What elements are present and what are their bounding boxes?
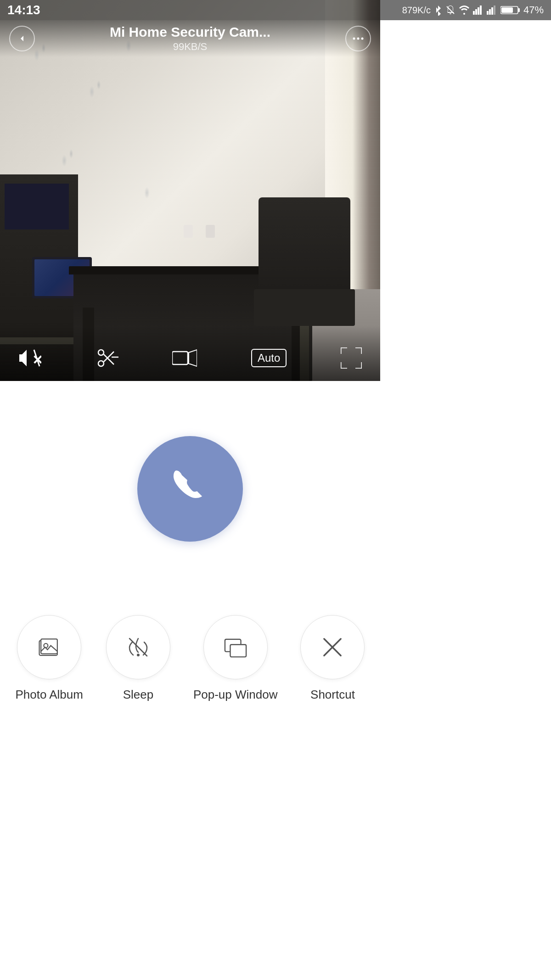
scissor-icon [96, 348, 118, 368]
svg-rect-26 [41, 639, 57, 654]
svg-marker-24 [189, 350, 197, 366]
fullscreen-icon [341, 347, 362, 369]
shortcut-icon [321, 636, 344, 659]
shortcut-label: Shortcut [310, 688, 355, 702]
svg-point-19 [98, 361, 104, 366]
back-arrow-icon [17, 33, 28, 44]
screenshot-button[interactable] [96, 348, 118, 368]
mute-icon: ✕ [18, 348, 41, 368]
shortcut-circle[interactable] [300, 615, 365, 679]
svg-point-28 [137, 654, 140, 656]
camera-title-group: Mi Home Security Cam... 99KB/S [35, 24, 345, 53]
sleep-label: Sleep [123, 688, 154, 702]
camera-header: Mi Home Security Cam... 99KB/S [0, 20, 380, 57]
action-popup-window[interactable]: Pop-up Window [193, 615, 278, 702]
call-button[interactable] [137, 436, 243, 542]
chair-seat [254, 289, 355, 326]
more-button[interactable] [345, 26, 371, 51]
status-bar: 14:13 879K/c 47% [0, 0, 380, 20]
more-dots-icon [353, 37, 364, 40]
photo-album-circle[interactable] [17, 615, 81, 679]
svg-point-18 [98, 350, 104, 355]
svg-point-12 [353, 38, 355, 40]
popup-circle[interactable] [203, 615, 268, 679]
bottom-section: Photo Album Sleep Pop-up Window [0, 381, 380, 980]
sleep-icon-final [126, 635, 151, 660]
popup-label: Pop-up Window [193, 688, 278, 702]
svg-point-14 [361, 38, 364, 40]
small-camera-1 [184, 225, 193, 238]
svg-rect-31 [230, 644, 246, 657]
quick-actions: Photo Album Sleep Pop-up Window [16, 615, 365, 702]
svg-text:✕: ✕ [32, 353, 41, 367]
action-shortcut[interactable]: Shortcut [300, 615, 365, 702]
photo-album-icon [38, 636, 61, 659]
status-time: 14:13 [7, 3, 40, 17]
record-button[interactable] [172, 349, 197, 367]
sleep-circle[interactable] [106, 615, 170, 679]
desk-items [184, 225, 215, 238]
svg-rect-23 [172, 352, 188, 364]
record-icon [172, 349, 197, 367]
photo-album-label: Photo Album [16, 688, 83, 702]
svg-point-13 [357, 38, 360, 40]
camera-title: Mi Home Security Cam... [39, 24, 341, 40]
action-sleep[interactable]: Sleep [106, 615, 170, 702]
call-button-wrapper [137, 436, 243, 542]
small-camera-2 [206, 225, 215, 238]
fullscreen-button[interactable] [341, 347, 362, 369]
action-photo-album[interactable]: Photo Album [16, 615, 83, 702]
camera-speed: 99KB/S [39, 41, 341, 53]
camera-controls: ✕ Auto [0, 335, 380, 381]
camera-view: Mi Home Security Cam... 99KB/S ✕ [0, 0, 380, 381]
back-button[interactable] [9, 26, 35, 51]
popup-icon [224, 636, 247, 659]
phone-icon [167, 466, 213, 512]
mute-button[interactable]: ✕ [18, 348, 41, 368]
auto-button[interactable]: Auto [251, 349, 287, 367]
chair-back [259, 197, 350, 298]
tv-screen [5, 184, 69, 230]
